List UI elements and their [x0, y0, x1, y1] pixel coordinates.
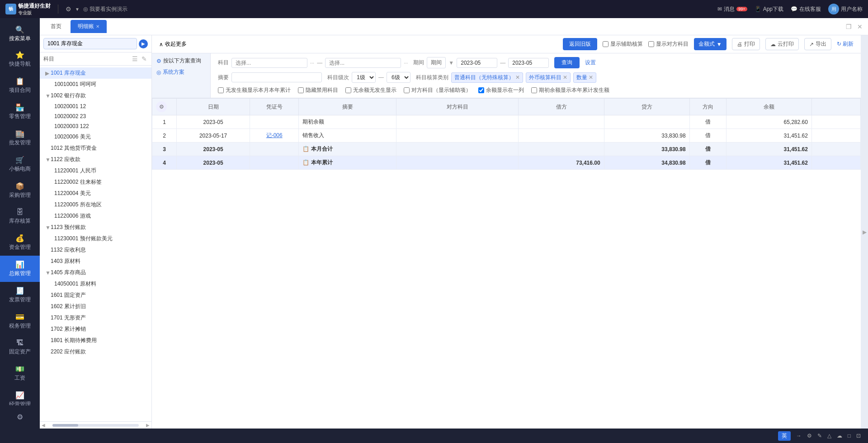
no-balance-checkbox[interactable]: 无发生额显示本月本年累计	[218, 86, 291, 94]
tree-item-2202[interactable]: 2202 应付账款	[40, 346, 151, 357]
sidebar-gear-icon[interactable]: ⚙	[13, 409, 27, 425]
row-voucher-2[interactable]: 记-006	[250, 129, 299, 143]
tree-item-1702[interactable]: 1702 累计摊销	[40, 324, 151, 335]
period-end-input[interactable]	[508, 58, 549, 68]
tree-item-1123[interactable]: ▼ 1123 预付账款	[40, 222, 151, 233]
tree-item-1602[interactable]: 1602 累计折旧	[40, 301, 151, 312]
export-button[interactable]: ↗ 导出	[804, 38, 831, 50]
tree-item-1801[interactable]: 1801 长期待摊费用	[40, 335, 151, 346]
col-settings-icon[interactable]: ⚙	[156, 101, 167, 112]
tag-foreign-close-icon[interactable]: ✕	[563, 74, 567, 81]
nav-arrow-button[interactable]: ▶	[139, 39, 148, 48]
subject-input[interactable]	[231, 58, 307, 68]
tab-detail[interactable]: 明细账 ✕	[71, 20, 107, 33]
sidebar-item-retail[interactable]: 🏪 零售管理	[0, 99, 40, 125]
col-header-settings[interactable]: ⚙	[152, 99, 177, 115]
refresh-button[interactable]: ↻ 刷新	[837, 40, 854, 48]
bottom-item-settings[interactable]: ⚙	[807, 433, 812, 439]
bottom-item-edit[interactable]: ✎	[817, 433, 822, 439]
sidebar-item-purchase[interactable]: 📦 采购管理	[0, 177, 40, 204]
sidebar-item-invoice[interactable]: 🧾 发票管理	[0, 282, 40, 308]
dropdown-icon[interactable]: ▼	[75, 7, 80, 12]
opposite-show-checkbox[interactable]: 对方科目（显示辅助项）	[404, 86, 471, 94]
tree-item-11220001[interactable]: 11220001 人民币	[40, 165, 151, 176]
sidebar-item-operation[interactable]: 📈 经营管理	[0, 386, 40, 405]
cloud-print-button[interactable]: ☁ 云打印	[765, 38, 799, 50]
scroll-right-icon[interactable]: ▶	[146, 423, 150, 428]
tab-close-all-icon[interactable]: ✕	[855, 21, 864, 32]
period-start-input[interactable]	[457, 58, 497, 68]
tree-item-11230001[interactable]: 11230001 预付账款美元	[40, 233, 151, 244]
bottom-item-window[interactable]: □	[848, 433, 851, 439]
sidebar-item-wholesale[interactable]: 🏬 批发管理	[0, 125, 40, 151]
voucher-link-2[interactable]: 记-006	[266, 132, 283, 138]
tree-item-1701[interactable]: 1701 无形资产	[40, 312, 151, 324]
sidebar-item-capital[interactable]: 💰 资金管理	[0, 229, 40, 256]
tree-item-1122[interactable]: ▼ 1122 应收款	[40, 154, 151, 165]
bottom-item-arrow[interactable]: →	[796, 433, 802, 439]
tag-foreign-subject[interactable]: 外币核算科目 ✕	[526, 72, 571, 83]
tree-item-1405[interactable]: ▼ 1405 库存商品	[40, 267, 151, 278]
tree-item-10020001[interactable]: 10020001 12	[40, 101, 151, 111]
tree-item-10020003[interactable]: 10020003 122	[40, 121, 151, 131]
sidebar-item-project[interactable]: 📋 项目合同	[0, 72, 40, 99]
user-avatar[interactable]: 用 用户名称	[828, 4, 863, 14]
subject-list-icon[interactable]: ☰	[131, 54, 139, 63]
no-balance-show-checkbox[interactable]: 无余额无发生显示	[345, 86, 396, 94]
bottom-item-lang[interactable]: 英	[778, 431, 791, 441]
summary-input[interactable]	[231, 72, 322, 82]
tab-restore-icon[interactable]: ❐	[844, 21, 854, 32]
settings-link[interactable]: 设置	[585, 59, 596, 67]
hide-disabled-checkbox[interactable]: 隐藏禁用科目	[298, 86, 338, 94]
account-selector[interactable]: 1001 库存现金	[43, 38, 137, 49]
search-button[interactable]: 查询	[554, 57, 580, 68]
sidebar-item-ecommerce[interactable]: 🛒 小畅电商	[0, 151, 40, 177]
sidebar-item-tax[interactable]: 💳 税务管理	[0, 308, 40, 334]
bottom-item-up[interactable]: △	[827, 433, 831, 439]
tab-close-icon[interactable]: ✕	[96, 24, 99, 29]
subject-end-input[interactable]	[325, 58, 401, 68]
tree-item-1132[interactable]: 1132 应收利息	[40, 244, 151, 256]
tree-item-1403[interactable]: 1403 原材料	[40, 256, 151, 267]
period-mode-selector[interactable]: 期间	[427, 57, 446, 68]
level-end-select[interactable]: 6级	[387, 72, 410, 83]
tree-item-11220005[interactable]: 11220005 所在地区	[40, 199, 151, 210]
level-start-select[interactable]: 1级	[352, 72, 376, 83]
sidebar-item-quick-nav[interactable]: ⭐ 快捷导航	[0, 46, 40, 72]
tree-item-11220002[interactable]: 11220002 往来标签	[40, 176, 151, 188]
settings-icon[interactable]: ⚙	[66, 5, 71, 13]
message-button[interactable]: ✉ 消息 99+	[717, 5, 747, 13]
back-old-version-button[interactable]: 返回旧版	[563, 38, 597, 50]
scroll-left-icon[interactable]: ◀	[42, 423, 45, 428]
show-auxiliary-checkbox[interactable]: 显示辅助核算	[603, 40, 643, 48]
tree-item-14050001[interactable]: 14050001 原材料	[40, 278, 151, 290]
tab-home[interactable]: 首页	[43, 20, 69, 33]
sidebar-search[interactable]: 🔍 搜索菜单	[0, 22, 40, 46]
tree-item-1002[interactable]: ▼ 1002 银行存款	[40, 90, 151, 101]
bottom-item-grid[interactable]: ⊡	[856, 433, 861, 439]
tag-quantity-close-icon[interactable]: ✕	[589, 74, 593, 81]
print-button[interactable]: 🖨 打印	[732, 38, 760, 50]
tree-item-11220004[interactable]: 11220004 美元	[40, 188, 151, 199]
subject-edit-icon[interactable]: ✎	[141, 54, 148, 63]
sidebar-item-ledger[interactable]: 📊 总账管理	[0, 256, 40, 282]
right-collapse-button[interactable]: ▶	[861, 35, 868, 429]
tree-item-1001[interactable]: ▶ 1001 库存现金	[40, 67, 151, 79]
tree-item-11220006[interactable]: 11220006 游戏	[40, 210, 151, 222]
tag-quantity[interactable]: 数量 ✕	[573, 72, 596, 83]
app-download-button[interactable]: 📱 App下载	[755, 5, 783, 13]
online-service-button[interactable]: 💬 在线客服	[791, 5, 821, 13]
demo-button[interactable]: ◎ 我要看实例演示	[83, 5, 127, 13]
balance-one-col-checkbox[interactable]: 余额显示在一列	[478, 86, 524, 94]
bottom-item-cloud[interactable]: ☁	[837, 433, 842, 439]
system-scheme-button[interactable]: ◎ 系统方案	[156, 68, 184, 76]
sidebar-item-inventory[interactable]: 🗄 库存核算	[0, 204, 40, 229]
more-toggle-button[interactable]: ∧ 收起更多	[159, 40, 187, 48]
tag-normal-close-icon[interactable]: ✕	[515, 74, 520, 81]
tree-item-10010001[interactable]: 10010001 呵呵呵	[40, 79, 151, 90]
tree-item-1601[interactable]: 1601 固定资产	[40, 290, 151, 301]
sidebar-item-salary[interactable]: 💵 工资	[0, 360, 40, 386]
show-opposite-checkbox[interactable]: 显示对方科目	[648, 40, 689, 48]
tree-item-10020002[interactable]: 10020002 23	[40, 111, 151, 121]
year-begin-checkbox[interactable]: 期初余额显示本年累计发生额	[531, 86, 609, 94]
